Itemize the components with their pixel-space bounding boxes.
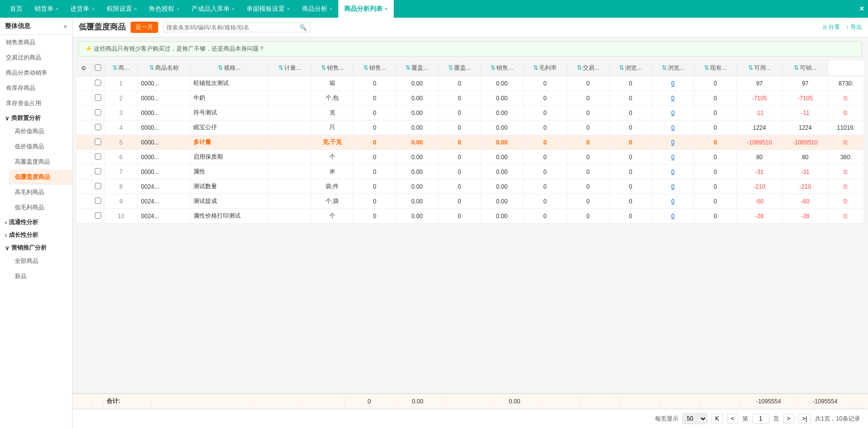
browse1-link[interactable]: 0 — [671, 169, 675, 175]
search-input[interactable] — [166, 24, 299, 31]
cell-browse1[interactable]: 0 — [651, 91, 694, 106]
cell-checkbox[interactable] — [91, 91, 104, 106]
col-code[interactable]: ⇅商... — [104, 60, 138, 76]
close-sales-tab[interactable]: × — [55, 6, 58, 12]
browse1-link[interactable]: 0 — [671, 124, 675, 131]
share-button[interactable]: ⎘ 分享 — [823, 23, 840, 31]
sidebar-item-low-value[interactable]: 低价值商品 — [9, 139, 72, 154]
nav-tab-templates[interactable]: 单据模板设置 × — [241, 0, 296, 18]
sidebar-item-category-turnover[interactable]: 商品分类动销率 — [0, 65, 72, 81]
browse1-link[interactable]: 0 — [671, 80, 675, 87]
sidebar-item-all-products[interactable]: 全部商品 — [9, 254, 72, 269]
cell-checkbox[interactable] — [91, 179, 104, 194]
col-sales-sub[interactable]: ⇅销售... — [481, 60, 523, 76]
cell-browse1[interactable]: 0 — [651, 179, 694, 194]
close-roles-tab[interactable]: × — [176, 6, 179, 12]
col-name[interactable]: ⇅商品名称 — [138, 60, 190, 76]
col-settings[interactable]: ⚙ — [77, 60, 91, 76]
nav-tab-permissions[interactable]: 权限设置 × — [101, 0, 143, 18]
row-checkbox[interactable] — [95, 139, 101, 145]
col-sellable[interactable]: ⇅可销... — [782, 60, 828, 76]
sidebar-item-stock-capital[interactable]: 库存资金占用 — [0, 96, 72, 111]
cell-checkbox[interactable] — [91, 135, 104, 150]
sidebar-item-low-coverage[interactable]: 低覆盖度商品 — [9, 170, 72, 185]
close-purchase-tab[interactable]: × — [91, 6, 94, 12]
nav-tab-analysis[interactable]: 商品分析 × — [296, 0, 338, 18]
first-page-button[interactable]: K — [711, 414, 723, 424]
close-products-tab[interactable]: × — [232, 6, 235, 12]
cell-browse1[interactable]: 0 — [651, 150, 694, 165]
cell-checkbox[interactable] — [91, 106, 104, 120]
cell-browse1[interactable]: 0 — [651, 106, 694, 120]
nav-tab-purchase[interactable]: 进货单 × — [64, 0, 100, 18]
col-browse1[interactable]: ⇅浏览... — [609, 60, 651, 76]
nav-tab-home[interactable]: 首页 — [4, 0, 28, 18]
row-checkbox[interactable] — [95, 124, 101, 130]
sidebar-item-high-value[interactable]: 高价值商品 — [9, 124, 72, 139]
close-all-button[interactable]: × — [860, 4, 864, 13]
browse1-link[interactable]: 0 — [671, 95, 675, 102]
nav-tab-roles[interactable]: 角色授权 × — [143, 0, 185, 18]
cell-checkbox[interactable] — [91, 209, 104, 224]
browse1-link[interactable]: 0 — [671, 139, 675, 146]
cell-checkbox[interactable] — [91, 150, 104, 165]
next-page-button[interactable]: > — [783, 414, 794, 424]
browse1-link[interactable]: 0 — [671, 213, 675, 220]
row-checkbox[interactable] — [95, 198, 101, 204]
cell-browse1[interactable]: 0 — [651, 209, 694, 224]
cell-checkbox[interactable] — [91, 165, 104, 179]
cell-checkbox[interactable] — [91, 120, 104, 135]
cell-browse1[interactable]: 0 — [651, 135, 694, 150]
cell-browse1[interactable]: 0 — [651, 120, 694, 135]
browse1-link[interactable]: 0 — [671, 183, 675, 190]
period-button[interactable]: 近一月 — [131, 22, 158, 33]
col-coverage1[interactable]: ⇅覆盖... — [396, 60, 438, 76]
sidebar-section-liquidity[interactable]: › 流通性分析 — [0, 215, 72, 228]
search-box[interactable]: 🔍 — [163, 23, 310, 32]
row-checkbox[interactable] — [95, 168, 101, 174]
browse1-link[interactable]: 0 — [671, 110, 675, 116]
col-current-stock[interactable]: ⇅现有... — [694, 60, 736, 76]
row-checkbox[interactable] — [95, 153, 101, 160]
browse1-link[interactable]: 0 — [671, 198, 675, 205]
page-number-input[interactable] — [752, 414, 769, 424]
cell-checkbox[interactable] — [91, 194, 104, 209]
select-all-checkbox[interactable] — [95, 64, 101, 71]
cell-browse1[interactable]: 0 — [651, 76, 694, 91]
row-checkbox[interactable] — [95, 109, 101, 115]
close-permissions-tab[interactable]: × — [134, 6, 137, 12]
per-page-select[interactable]: 50 20 100 200 — [682, 413, 707, 424]
cell-browse1[interactable]: 0 — [651, 165, 694, 179]
nav-tab-sales[interactable]: 销货单 × — [28, 0, 64, 18]
col-checkbox-all[interactable] — [91, 60, 104, 76]
col-gross-margin[interactable]: ⇅毛利率 — [523, 60, 567, 76]
cell-browse1[interactable]: 0 — [651, 194, 694, 209]
row-checkbox[interactable] — [95, 183, 101, 189]
col-unit[interactable]: ⇅计量... — [269, 60, 311, 76]
sidebar-section-growth[interactable]: › 成长性分析 — [0, 228, 72, 241]
nav-tab-analysis-list[interactable]: 商品分析列表 × — [338, 0, 393, 18]
sidebar-item-high-margin[interactable]: 高毛利商品 — [9, 185, 72, 200]
nav-tab-products[interactable]: 产成品入库单 × — [186, 0, 241, 18]
close-analysis-tab[interactable]: × — [329, 6, 332, 12]
sidebar-item-low-margin[interactable]: 低毛利商品 — [9, 200, 72, 215]
col-sales-amount[interactable]: ⇅销售... — [353, 60, 396, 76]
col-sales-qty[interactable]: ⇅销售... — [311, 60, 353, 76]
sidebar-item-stocked-products[interactable]: 有库存商品 — [0, 81, 72, 96]
cell-checkbox[interactable] — [91, 76, 104, 91]
col-available-stock[interactable]: ⇅可用... — [736, 60, 782, 76]
browse1-link[interactable]: 0 — [671, 154, 675, 161]
row-checkbox[interactable] — [95, 80, 101, 86]
sidebar-item-new-products[interactable]: 新品 — [9, 269, 72, 284]
col-browse2[interactable]: ⇅浏览... — [651, 60, 694, 76]
sidebar-item-high-coverage[interactable]: 高覆盖度商品 — [9, 154, 72, 170]
sidebar-item-sales-products[interactable]: 销售类商品 — [0, 35, 72, 50]
col-trade[interactable]: ⇅交易... — [567, 60, 609, 76]
col-coverage2[interactable]: ⇅覆盖... — [438, 60, 481, 76]
row-checkbox[interactable] — [95, 212, 101, 219]
col-spec[interactable]: ⇅规格... — [190, 60, 269, 76]
close-templates-tab[interactable]: × — [287, 6, 290, 12]
close-analysis-list-tab[interactable]: × — [384, 6, 387, 12]
export-button[interactable]: ↑ 导出 — [846, 23, 862, 31]
sidebar-collapse-button[interactable]: « — [63, 22, 67, 30]
